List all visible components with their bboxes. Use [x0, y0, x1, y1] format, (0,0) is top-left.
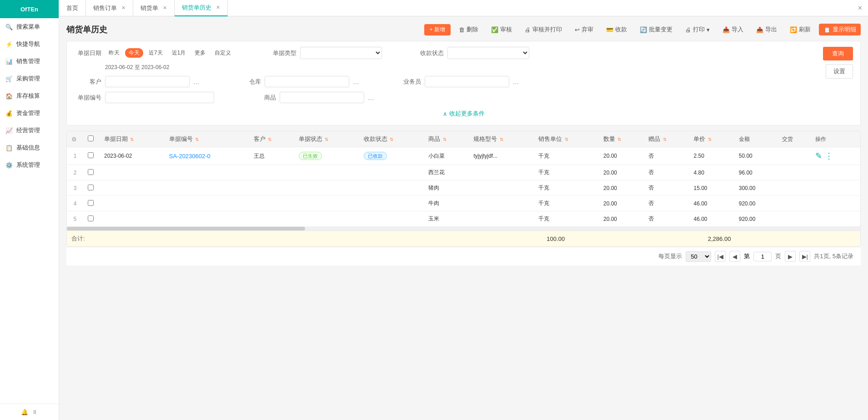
- review-print-button[interactable]: 🖨 审核并打印: [520, 24, 567, 35]
- batch-change-button[interactable]: 🔄 批量变更: [635, 24, 677, 35]
- shortcut-yesterday[interactable]: 昨天: [105, 48, 123, 58]
- new-button[interactable]: + 新增: [424, 24, 451, 35]
- show-detail-button[interactable]: 📋 显示明细: [819, 24, 861, 35]
- review-button[interactable]: ✅ 审核: [487, 24, 517, 35]
- shortcut-7days[interactable]: 近7天: [145, 48, 166, 58]
- sort-qty-icon[interactable]: ⇅: [617, 137, 621, 142]
- staff-input[interactable]: [425, 76, 509, 87]
- sidebar-item-sales-mgmt[interactable]: 📊 销售管理: [0, 53, 59, 70]
- more-action-btn[interactable]: ⋮: [825, 151, 833, 160]
- sidebar-footer-icon2[interactable]: ⏸: [32, 409, 38, 415]
- refresh-icon: 🔁: [790, 26, 797, 33]
- row-checkbox[interactable]: [88, 169, 94, 175]
- row-doc-date: [100, 211, 165, 227]
- sidebar-item-quick-nav[interactable]: ⚡ 快捷导航: [0, 35, 59, 53]
- edit-action-btn[interactable]: ✎: [815, 151, 822, 160]
- sort-unit-icon[interactable]: ⇅: [565, 137, 568, 142]
- doc-num-link[interactable]: SA-20230602-0: [169, 153, 211, 160]
- customer-dots[interactable]: ...: [193, 78, 199, 86]
- refresh-button[interactable]: 🔁 刷新: [785, 24, 815, 35]
- goods-input[interactable]: [280, 92, 364, 103]
- collect-status-select[interactable]: [447, 47, 529, 59]
- abandon-button[interactable]: ↩ 弃审: [570, 24, 598, 35]
- sidebar-item-sys-mgmt[interactable]: ⚙️ 系统管理: [0, 156, 59, 174]
- row-checkbox[interactable]: [88, 200, 94, 206]
- row-gift: 否: [644, 196, 689, 211]
- table-header: ⚙ 单据日期 ⇅ 单据编号 ⇅: [67, 131, 860, 147]
- warehouse-dots[interactable]: ...: [353, 78, 359, 86]
- tab-sales-delivery-close[interactable]: ✕: [163, 5, 167, 11]
- tab-sales-history-close[interactable]: ✕: [216, 5, 220, 10]
- row-gift: 否: [644, 211, 689, 227]
- page-title: 销货单历史: [66, 24, 107, 35]
- collect-button[interactable]: 💳 收款: [602, 24, 632, 35]
- sort-goods-icon[interactable]: ⇅: [443, 137, 447, 142]
- row-amount: 50.00: [734, 147, 778, 165]
- doc-type-select[interactable]: [300, 47, 382, 59]
- toolbar: + 新增 🗑 删除 ✅ 审核 🖨 审核并打印 ↩ 弃审: [424, 24, 861, 35]
- show-detail-icon: 📋: [823, 26, 831, 33]
- shortcut-custom[interactable]: 自定义: [211, 48, 235, 58]
- goods-dots[interactable]: ...: [368, 94, 374, 102]
- sort-customer-icon[interactable]: ⇅: [268, 137, 271, 142]
- page-number-input[interactable]: 1: [753, 252, 772, 261]
- sidebar: OfTEn 🔍 搜索菜单 ⚡ 快捷导航 📊 销售管理 🛒 采购管理 🏠 库存核算…: [0, 0, 59, 420]
- customer-input[interactable]: [105, 76, 190, 87]
- warehouse-input[interactable]: [265, 76, 349, 87]
- query-button[interactable]: 查询: [823, 47, 853, 60]
- filter-doc-num-item: 单据编号: [74, 92, 214, 103]
- tab-sales-order-close[interactable]: ✕: [121, 5, 125, 11]
- tab-home[interactable]: 首页: [59, 0, 86, 16]
- last-page-btn[interactable]: ▶|: [799, 251, 810, 262]
- export-button[interactable]: 📤 导出: [752, 24, 782, 35]
- settings-button[interactable]: 设置: [826, 64, 853, 79]
- row-checkbox[interactable]: [88, 185, 94, 190]
- next-page-btn[interactable]: ▶: [785, 251, 796, 262]
- first-page-btn[interactable]: |◀: [715, 251, 726, 262]
- delete-button[interactable]: 🗑 删除: [454, 24, 483, 35]
- tab-sales-order[interactable]: 销售订单 ✕: [86, 0, 133, 16]
- prev-page-btn[interactable]: ◀: [729, 251, 740, 262]
- print-button[interactable]: 🖨 打印 ▾: [681, 24, 714, 35]
- sidebar-item-inventory-calc[interactable]: 🏠 库存核算: [0, 87, 59, 105]
- row-amount: 920.00: [734, 196, 778, 211]
- sidebar-item-finance-mgmt[interactable]: 💰 资金管理: [0, 105, 59, 122]
- sort-doc-date-icon[interactable]: ⇅: [130, 137, 134, 142]
- tab-sales-delivery[interactable]: 销货单 ✕: [133, 0, 175, 16]
- tab-bar-close-btn[interactable]: ✕: [852, 5, 868, 11]
- row-num-cell: 5: [67, 211, 83, 227]
- sort-gift-icon[interactable]: ⇅: [663, 137, 667, 142]
- shortcut-more[interactable]: 更多: [191, 48, 209, 58]
- import-button[interactable]: 📥 导入: [718, 24, 748, 35]
- shortcut-today[interactable]: 今天: [125, 48, 143, 58]
- scrollbar-thumb[interactable]: [67, 227, 305, 230]
- sort-spec-icon[interactable]: ⇅: [500, 137, 503, 142]
- sidebar-footer-icon1[interactable]: 🔔: [21, 409, 28, 415]
- review-icon: ✅: [491, 26, 498, 33]
- select-all-checkbox[interactable]: [88, 135, 94, 141]
- table-settings-icon[interactable]: ⚙: [71, 136, 77, 143]
- horizontal-scrollbar[interactable]: [67, 227, 860, 230]
- col-settings: ⚙: [67, 131, 83, 147]
- sort-collect-status-icon[interactable]: ⇅: [390, 137, 393, 142]
- row-checkbox[interactable]: [88, 215, 94, 221]
- col-gift: 赠品 ⇅: [644, 131, 689, 147]
- sort-doc-num-icon[interactable]: ⇅: [195, 137, 199, 142]
- per-page-select[interactable]: 50 100 200: [686, 251, 711, 262]
- sidebar-item-label: 销售管理: [16, 57, 40, 65]
- row-checkbox[interactable]: [88, 152, 94, 158]
- doc-num-input[interactable]: [105, 92, 214, 103]
- col-collect-status: 收款状态 ⇅: [359, 131, 424, 147]
- sidebar-item-basic-info[interactable]: 📋 基础信息: [0, 139, 59, 156]
- staff-dots[interactable]: ...: [513, 78, 519, 86]
- sidebar-item-purchase-mgmt[interactable]: 🛒 采购管理: [0, 70, 59, 87]
- row-customer: [249, 165, 294, 180]
- tab-sales-history[interactable]: 销货单历史 ✕: [175, 0, 228, 16]
- sidebar-item-operations-mgmt[interactable]: 📈 经营管理: [0, 122, 59, 139]
- sort-unit-price-icon[interactable]: ⇅: [708, 137, 712, 142]
- collapse-button[interactable]: ∧ 收起更多条件: [74, 108, 853, 120]
- row-collect-status: 已收款: [359, 147, 424, 165]
- shortcut-1month[interactable]: 近1月: [168, 48, 190, 58]
- sort-doc-status-icon[interactable]: ⇅: [325, 137, 328, 142]
- sidebar-item-search-menu[interactable]: 🔍 搜索菜单: [0, 18, 59, 35]
